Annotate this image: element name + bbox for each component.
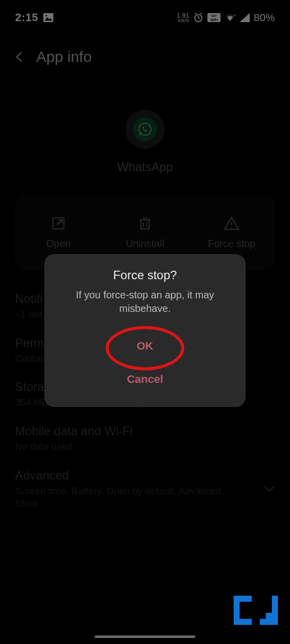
dialog-title: Force stop? (56, 268, 234, 282)
dialog-message: If you force-stop an app, it may misbeha… (56, 288, 234, 315)
svg-rect-23 (260, 619, 278, 625)
screen: 2:15 1.91 KB/S Vo²WiFi x 80% (0, 0, 290, 644)
nav-handle[interactable] (95, 635, 195, 638)
watermark-logo (232, 593, 280, 625)
annotation-ellipse (106, 326, 184, 370)
